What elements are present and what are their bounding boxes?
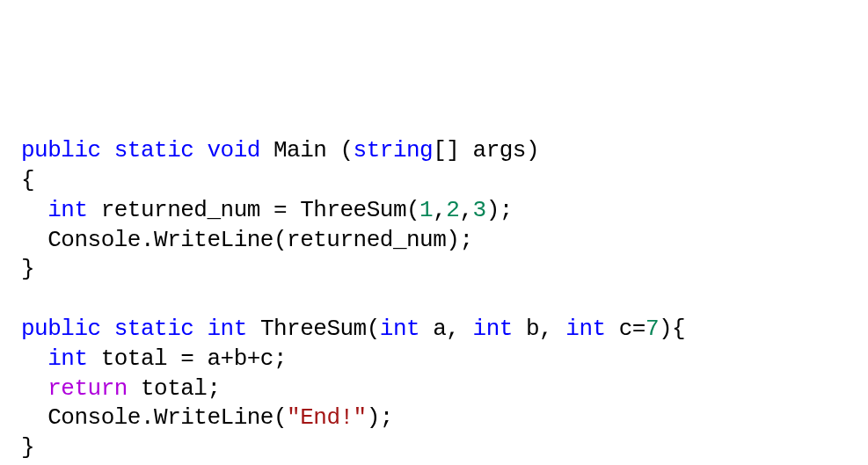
indent xyxy=(21,345,47,372)
code-block: public static void Main (string[] args) … xyxy=(21,136,847,465)
keyword: static xyxy=(114,316,194,342)
code-line: public static void Main (string[] args) xyxy=(21,137,539,163)
number: 1 xyxy=(419,197,433,223)
keyword: return xyxy=(47,375,128,402)
type: int xyxy=(380,316,419,342)
indent xyxy=(21,197,47,223)
code-line: Console.WriteLine("End!"); xyxy=(21,404,393,431)
param: a, xyxy=(419,316,472,342)
call: Console.WriteLine(returned_num); xyxy=(47,227,472,253)
code-line: Console.WriteLine(returned_num); xyxy=(21,227,473,253)
indent xyxy=(21,404,47,431)
number: 2 xyxy=(446,197,459,223)
code-line: } xyxy=(21,256,34,282)
identifier: Main ( xyxy=(260,137,354,163)
code-line: { xyxy=(21,167,34,193)
blank-line xyxy=(21,286,34,312)
keyword: static xyxy=(114,137,194,163)
expression: total = a+b+c; xyxy=(88,345,288,372)
string: "End!" xyxy=(287,404,367,431)
paren: ); xyxy=(486,197,513,223)
brace: } xyxy=(21,256,34,282)
type: int xyxy=(47,197,87,223)
comma: , xyxy=(459,197,472,223)
number: 7 xyxy=(646,316,659,342)
type: string xyxy=(354,137,434,163)
code-line: int total = a+b+c; xyxy=(21,345,287,372)
identifier: returned_num = ThreeSum( xyxy=(88,197,420,223)
paren: ){ xyxy=(659,316,685,342)
keyword: public xyxy=(21,316,101,342)
type: int xyxy=(47,345,87,372)
brace: { xyxy=(21,167,34,193)
type: int xyxy=(565,316,605,342)
code-line: public static int ThreeSum(int a, int b,… xyxy=(21,316,685,342)
keyword: public xyxy=(21,137,101,163)
call: Console.WriteLine( xyxy=(47,404,287,431)
paren: ); xyxy=(367,404,393,431)
indent xyxy=(21,227,47,253)
identifier: ThreeSum( xyxy=(247,316,380,342)
number: 3 xyxy=(473,197,486,223)
type: int xyxy=(473,316,513,342)
type: int xyxy=(207,316,246,342)
code-line: int returned_num = ThreeSum(1,2,3); xyxy=(21,197,513,223)
param: c= xyxy=(606,316,646,342)
params: [] args) xyxy=(433,137,539,163)
indent xyxy=(21,375,47,402)
expression: total; xyxy=(128,375,221,402)
brace: } xyxy=(21,434,34,461)
param: b, xyxy=(513,316,565,342)
comma: , xyxy=(433,197,446,223)
code-line: return total; xyxy=(21,375,221,402)
code-line: } xyxy=(21,434,34,461)
keyword: void xyxy=(207,137,259,163)
